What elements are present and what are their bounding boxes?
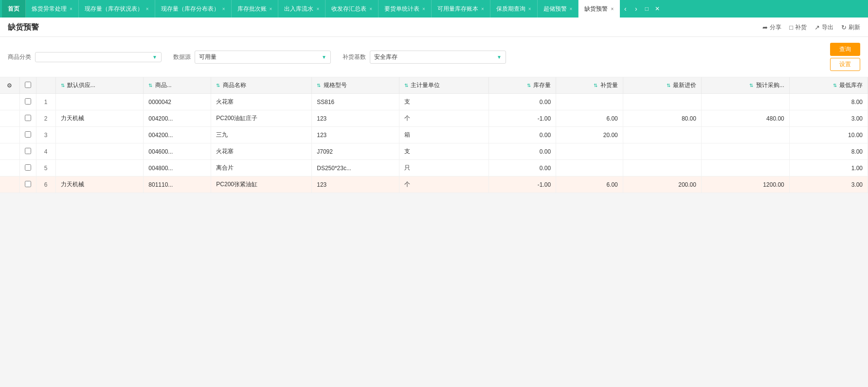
row-checkbox-cell [19, 94, 36, 110]
col-stock-label: 库存量 [533, 82, 551, 88]
tab-order-stats[interactable]: 要货单统计表 × [379, 0, 432, 18]
select-all-checkbox[interactable] [25, 82, 31, 88]
row-checkbox[interactable] [25, 181, 31, 187]
row-gear-cell [0, 176, 19, 193]
tab-collection-close[interactable]: × [369, 6, 372, 12]
tab-abnormal-close[interactable]: × [70, 6, 72, 12]
row-supplier: 力天机械 [55, 110, 144, 127]
row-unit: 只 [399, 160, 489, 176]
query-button[interactable]: 查询 [830, 43, 860, 56]
row-min-stock: 3.00 [789, 110, 868, 127]
tab-close-all-btn[interactable]: ✕ [652, 0, 663, 18]
row-est-purchase: 480.00 [701, 110, 789, 127]
settings-button[interactable]: 设置 [830, 58, 860, 71]
row-replenish-qty [556, 94, 623, 110]
row-number: 2 [36, 110, 55, 127]
tab-batch-account-close[interactable]: × [270, 6, 272, 12]
tab-bar: 首页 炼货异常处理 × 现存量（库存状况表） × 现存量（库存分布表） × 库存… [0, 0, 868, 18]
row-spec: 123 [312, 176, 399, 193]
tab-overstock-close[interactable]: × [570, 6, 573, 12]
tab-shortage[interactable]: 缺货预警 × [579, 0, 620, 18]
tab-abnormal[interactable]: 炼货异常处理 × [26, 0, 79, 18]
datasource-filter-group: 数据源 可用量 ▼ [173, 51, 331, 64]
tab-inventory-dist-close[interactable]: × [222, 6, 225, 12]
tab-flow[interactable]: 出入库流水 × [278, 0, 326, 18]
row-product-name: PC200油缸庄子 [211, 110, 312, 127]
row-est-purchase [701, 94, 789, 110]
tab-home[interactable]: 首页 [2, 0, 26, 18]
row-supplier [55, 160, 144, 176]
row-checkbox-cell [19, 110, 36, 127]
replenish-arrow-icon: ▼ [497, 54, 502, 60]
col-product-code: ⇅ 商品... [144, 77, 211, 94]
tab-expiry-close[interactable]: × [528, 6, 531, 12]
col-replenish-qty-label: 补货量 [600, 82, 618, 88]
table-body: 1 0000042 火花塞 SS816 支 0.00 8.00 2 力天机械 0… [0, 94, 868, 193]
table-header-row: ⚙ ⇅ 默认供应... ⇅ 商品... ⇅ 商品名称 [0, 77, 868, 94]
tab-overstock[interactable]: 超储预警 × [538, 0, 579, 18]
replenish-select[interactable]: 安全库存 ▼ [370, 51, 506, 64]
row-product-name: 三九 [211, 127, 312, 143]
datasource-value: 可用量 [199, 53, 217, 61]
row-product-code: 004800... [144, 160, 211, 176]
row-est-purchase [701, 127, 789, 143]
category-label: 商品分类 [8, 53, 31, 61]
spec-sort-icon: ⇅ [317, 83, 321, 88]
tab-inventory-dist[interactable]: 现存量（库存分布表） × [155, 0, 232, 18]
row-checkbox[interactable] [25, 148, 31, 154]
col-unit: ⇅ 主计量单位 [399, 77, 489, 94]
row-checkbox[interactable] [25, 98, 31, 105]
share-btn[interactable]: ➦ 分享 [762, 23, 781, 32]
tab-expiry[interactable]: 保质期查询 × [490, 0, 538, 18]
row-checkbox[interactable] [25, 115, 31, 121]
row-stock: -1.00 [489, 110, 556, 127]
replenish-btn[interactable]: □ 补货 [789, 23, 807, 32]
share-icon: ➦ [762, 24, 768, 31]
tab-inventory-status[interactable]: 现存量（库存状况表） × [79, 0, 155, 18]
row-checkbox[interactable] [25, 164, 31, 171]
row-unit: 个 [399, 176, 489, 193]
tab-next-btn[interactable]: › [631, 0, 641, 18]
tab-flow-close[interactable]: × [316, 6, 319, 12]
col-num [36, 77, 55, 94]
refresh-btn[interactable]: ↻ 刷新 [841, 23, 860, 32]
row-number: 4 [36, 143, 55, 160]
row-checkbox[interactable] [25, 131, 31, 138]
row-gear-cell [0, 143, 19, 160]
table-row: 3 004200... 三九 123 箱 0.00 20.00 10.00 [0, 127, 868, 143]
table-row: 2 力天机械 004200... PC200油缸庄子 123 个 -1.00 6… [0, 110, 868, 127]
tab-collection[interactable]: 收发存汇总表 × [326, 0, 379, 18]
tab-restore-btn[interactable]: □ [641, 0, 652, 18]
tab-prev-btn[interactable]: ‹ [620, 0, 631, 18]
row-number: 1 [36, 94, 55, 110]
gear-settings-icon[interactable]: ⚙ [5, 82, 15, 89]
row-min-stock: 10.00 [789, 127, 868, 143]
tab-available[interactable]: 可用量库存账本 × [432, 0, 490, 18]
category-select[interactable]: ▼ [35, 52, 162, 62]
row-latest-price [623, 94, 701, 110]
row-number: 5 [36, 160, 55, 176]
col-spec-label: 规格型号 [324, 82, 347, 88]
unit-sort-icon: ⇅ [404, 83, 408, 88]
tab-expiry-label: 保质期查询 [496, 5, 525, 13]
export-btn[interactable]: ↗ 导出 [814, 23, 833, 32]
tab-order-stats-close[interactable]: × [422, 6, 425, 12]
table-row: 5 004800... 离合片 DS250*23c... 只 0.00 1.00 [0, 160, 868, 176]
category-filter-group: 商品分类 ▼ [8, 52, 162, 62]
col-latest-price-label: 最新进价 [673, 82, 696, 88]
row-product-code: 0000042 [144, 94, 211, 110]
tab-available-close[interactable]: × [481, 6, 484, 12]
tab-batch-account[interactable]: 库存批次账 × [232, 0, 279, 18]
tab-inventory-status-close[interactable]: × [146, 6, 149, 12]
tab-overstock-label: 超储预警 [543, 5, 567, 13]
datasource-select[interactable]: 可用量 ▼ [195, 51, 331, 64]
row-checkbox-cell [19, 176, 36, 193]
table-container: ⚙ ⇅ 默认供应... ⇅ 商品... ⇅ 商品名称 [0, 77, 868, 193]
tab-order-stats-label: 要货单统计表 [384, 5, 419, 13]
tab-shortage-close[interactable]: × [611, 6, 614, 12]
tab-flow-label: 出入库流水 [284, 5, 313, 13]
row-number: 6 [36, 176, 55, 193]
table-row: 1 0000042 火花塞 SS816 支 0.00 8.00 [0, 94, 868, 110]
row-stock: 0.00 [489, 94, 556, 110]
row-checkbox-cell [19, 160, 36, 176]
